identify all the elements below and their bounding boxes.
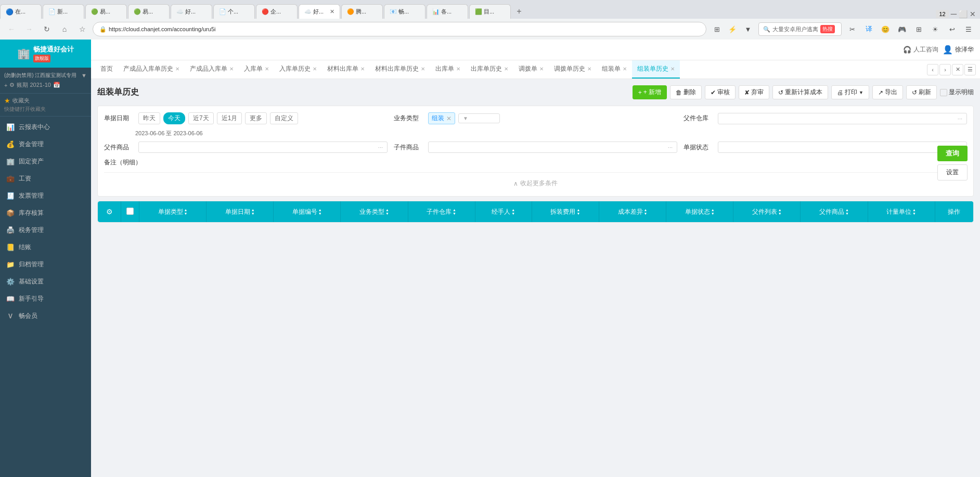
calendar-icon[interactable]: 📅	[53, 82, 60, 88]
nav-tab-material-out-history[interactable]: 材料出库单历史 ✕	[370, 60, 430, 79]
date-btn-more[interactable]: 更多	[245, 112, 267, 124]
nav-tab-transfer-close[interactable]: ✕	[539, 66, 544, 72]
search-box[interactable]: 🔍 大量安卓用户逃离 热搜	[758, 22, 842, 36]
menu-item-archive[interactable]: 📁 归档管理	[0, 256, 91, 273]
menu-item-fixed-assets[interactable]: 🏢 固定资产	[0, 153, 91, 170]
browser-tab-1[interactable]: 🔵 在...	[0, 4, 42, 19]
child-goods-input[interactable]: ···	[428, 141, 677, 153]
game-icon[interactable]: 🎮	[895, 22, 909, 36]
th-child-warehouse[interactable]: 子件仓库 ▲▼	[408, 201, 475, 222]
browser-tab-11[interactable]: 📊 各...	[427, 4, 468, 19]
export-button[interactable]: ↗ 导出	[872, 85, 903, 99]
th-unit[interactable]: 计量单位 ▲▼	[868, 201, 935, 222]
table-settings-gear-icon[interactable]: ⚙	[103, 205, 115, 218]
lightning-icon[interactable]: ⚡	[725, 22, 740, 36]
nav-tab-assembly[interactable]: 组装单 ✕	[597, 60, 632, 79]
browser-tab-3[interactable]: 🟢 易...	[85, 4, 127, 19]
nav-tab-assembly-close[interactable]: ✕	[623, 66, 627, 72]
browser-tab-12[interactable]: 🟩 目...	[469, 4, 511, 19]
menu-item-invoice[interactable]: 🧾 发票管理	[0, 187, 91, 204]
nav-tab-material-out[interactable]: 材料出库单 ✕	[322, 60, 370, 79]
grid-icon[interactable]: ⊞	[911, 22, 926, 36]
nav-tab-production-in-history-close[interactable]: ✕	[175, 66, 179, 72]
nav-tab-material-out-history-close[interactable]: ✕	[421, 66, 425, 72]
th-bill-status[interactable]: 单据状态 ▲▼	[666, 201, 733, 222]
nav-tab-out-history-close[interactable]: ✕	[504, 66, 508, 72]
nav-tab-in-order-close[interactable]: ✕	[265, 66, 269, 72]
browser-close[interactable]: ✕	[970, 10, 976, 18]
print-button[interactable]: 🖨 打印 ▼	[831, 85, 869, 99]
th-bill-type[interactable]: 单据类型 ▲▼	[139, 201, 207, 222]
nav-tab-production-in[interactable]: 产成品入库单 ✕	[185, 60, 239, 79]
parent-warehouse-field[interactable]	[723, 115, 958, 122]
nav-tab-in-order[interactable]: 入库单 ✕	[239, 60, 274, 79]
parent-goods-input[interactable]: ···	[138, 141, 388, 153]
nav-tab-transfer-history-close[interactable]: ✕	[587, 66, 591, 72]
browser-minimize[interactable]: ─	[951, 9, 957, 19]
browser-maximize[interactable]: ⬜	[959, 10, 968, 18]
nav-tab-out-order-close[interactable]: ✕	[456, 66, 460, 72]
delete-button[interactable]: 🗑 删除	[670, 85, 702, 99]
collapse-button[interactable]: ∧ 收起更多条件	[513, 179, 558, 188]
favorites-title[interactable]: 收藏夹	[12, 97, 30, 105]
display-toggle-checkbox[interactable]	[940, 89, 947, 96]
settings-small-icon[interactable]: +	[4, 82, 7, 88]
menu-item-guide[interactable]: 📖 新手引导	[0, 290, 91, 307]
date-btn-7days[interactable]: 近7天	[188, 112, 214, 124]
nav-tab-in-history[interactable]: 入库单历史 ✕	[274, 60, 322, 79]
bill-status-field[interactable]	[723, 144, 957, 151]
browser-tab-10[interactable]: 📧 畅...	[384, 4, 425, 19]
scissors-icon[interactable]: ✂	[845, 22, 859, 36]
browser-tab-7[interactable]: 🔴 企...	[256, 4, 298, 19]
menu-item-settlement[interactable]: 📒 结账	[0, 239, 91, 256]
tab-scroll-right[interactable]: ›	[939, 64, 951, 75]
nav-tab-assembly-history[interactable]: 组装单历史 ✕	[632, 60, 680, 79]
forward-button[interactable]: →	[22, 22, 36, 36]
browser-tab-9[interactable]: 🟠 腾...	[341, 4, 383, 19]
date-btn-1month[interactable]: 近1月	[217, 112, 242, 124]
bookmark-button[interactable]: ☆	[75, 22, 89, 36]
user-area[interactable]: 👤 徐泽华	[943, 45, 974, 55]
menu-item-payroll[interactable]: 💼 工资	[0, 170, 91, 187]
nav-tab-transfer-history[interactable]: 调拨单历史 ✕	[549, 60, 597, 79]
date-btn-yesterday[interactable]: 昨天	[138, 112, 160, 124]
recalculate-button[interactable]: ↺ 重新计算成本	[772, 85, 828, 99]
address-bar[interactable]: 🔒 https://cloud.chanjet.com/accounting/u…	[93, 22, 706, 36]
business-type-dropdown[interactable]: ▼	[458, 113, 500, 123]
th-bill-no[interactable]: 单据编号 ▲▼	[274, 201, 341, 222]
nav-tab-production-in-close[interactable]: ✕	[229, 66, 234, 72]
parent-goods-more[interactable]: ···	[378, 144, 383, 150]
business-type-close[interactable]: ✕	[446, 115, 452, 122]
th-parent-list[interactable]: 父件列表 ▲▼	[733, 201, 801, 222]
menu-item-inventory[interactable]: 📦 库存核算	[0, 204, 91, 222]
tab-close-all[interactable]: ✕	[952, 64, 963, 75]
browser-tab-8[interactable]: ☁️ 好... ✕	[299, 4, 340, 19]
new-tab-button[interactable]: +	[512, 4, 526, 19]
translate-icon[interactable]: 译	[861, 22, 876, 36]
date-btn-today[interactable]: 今天	[163, 112, 185, 124]
emoji-icon[interactable]: 😊	[878, 22, 893, 36]
th-settings[interactable]: ⚙	[98, 201, 121, 222]
nav-tab-out-order[interactable]: 出库单 ✕	[430, 60, 466, 79]
child-goods-more[interactable]: ···	[668, 144, 673, 150]
bill-status-dropdown[interactable]: ▼	[718, 141, 967, 153]
abandon-button[interactable]: ✘ 弃审	[739, 85, 769, 99]
th-parent-goods[interactable]: 父件商品 ▲▼	[801, 201, 868, 222]
add-button[interactable]: + + 新增	[633, 85, 667, 99]
gear-small-icon[interactable]: ⚙	[9, 82, 15, 88]
th-bill-date[interactable]: 单据日期 ▲▼	[207, 201, 274, 222]
favorites-area[interactable]: ★ 收藏夹 快捷键打开收藏夹	[0, 94, 91, 117]
query-button[interactable]: 查询	[937, 146, 968, 161]
display-toggle[interactable]: 显示明细	[940, 88, 974, 97]
dropdown-icon[interactable]: ▼	[741, 22, 755, 36]
nav-tab-in-history-close[interactable]: ✕	[313, 66, 317, 72]
menu-item-cloud-report[interactable]: 📊 云报表中心	[0, 119, 91, 136]
home-button[interactable]: ⌂	[57, 22, 72, 36]
parent-warehouse-input[interactable]: ···	[718, 113, 967, 124]
parent-warehouse-more[interactable]: ···	[958, 115, 962, 122]
parent-goods-field[interactable]	[143, 144, 378, 151]
child-goods-field[interactable]	[433, 144, 668, 151]
th-checkbox[interactable]	[121, 201, 139, 222]
nav-tab-home[interactable]: 首页	[95, 60, 118, 79]
nav-tab-production-in-history[interactable]: 产成品入库单历史 ✕	[118, 60, 185, 79]
